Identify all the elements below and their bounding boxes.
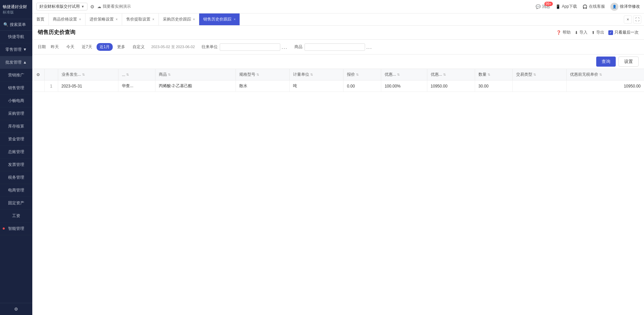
quick-nav-label: 快捷导航: [8, 34, 24, 39]
tab-purchase-strategy-close[interactable]: ×: [116, 18, 118, 21]
sidebar-item-ai[interactable]: 智能管理: [0, 222, 32, 235]
topbar-right: 💬 消息 99+ 📱 App下载 🎧 在线客服 👤 徐泽华修改: [536, 3, 640, 11]
inventory-label: 库存核算: [8, 124, 24, 129]
app-download-label: App下载: [562, 4, 577, 9]
tab-purchase-history-close[interactable]: ×: [193, 18, 195, 21]
row-biz-date: 2023-05-31: [58, 80, 118, 92]
app-download-btn[interactable]: 📱 App下载: [556, 4, 577, 9]
filter-row: 日期 昨天 今天 近7天 近1月 更多 自定义 2023-05-02 至 202…: [38, 43, 639, 51]
page-header: 销售历史价查询 ❓ 帮助 ⬇ 导入 ⬆ 导出 ✓ 只看最后一次: [32, 26, 644, 40]
tab-purchase-history[interactable]: 采购历史价跟踪 ×: [159, 13, 200, 26]
row-extra: 华查...: [118, 80, 155, 92]
sidebar-item-purchase[interactable]: 采购管理: [0, 107, 32, 120]
page-content: 销售历史价查询 ❓ 帮助 ⬇ 导入 ⬆ 导出 ✓ 只看最后一次: [32, 26, 644, 315]
col-discount2[interactable]: 优惠...⇅: [427, 69, 475, 80]
sidebar-search[interactable]: 🔍 搜索菜单: [0, 19, 32, 31]
col-discount1[interactable]: 优惠...⇅: [381, 69, 427, 80]
export-btn[interactable]: ⬆ 导出: [592, 30, 604, 35]
product-dots-btn[interactable]: ...: [366, 44, 372, 50]
ecommerce-small-label: 小畅电商: [8, 98, 24, 103]
sidebar-item-payroll[interactable]: 工资: [0, 210, 32, 222]
tab-home-label: 首页: [36, 16, 44, 22]
col-trade-type[interactable]: 交易类型⇅: [512, 69, 566, 80]
tab-sale-price-close[interactable]: ×: [152, 18, 154, 21]
col-biz-date[interactable]: 业务发生...⇅: [58, 69, 118, 80]
maximize-tab-btn[interactable]: ⛶: [633, 15, 641, 24]
online-service-btn[interactable]: 🎧 在线客服: [582, 4, 605, 9]
col-qty[interactable]: 数量⇅: [475, 69, 512, 80]
sidebar-item-ecommerce[interactable]: 电商管理: [0, 184, 32, 197]
date-btn-7days[interactable]: 近7天: [79, 43, 95, 51]
data-table: ⚙ 业务发生...⇅ ...⇅ 商品⇅ 规格型号⇅: [32, 69, 644, 92]
tab-product-price[interactable]: 商品价格设置 ×: [49, 13, 85, 26]
tab-product-price-label: 商品价格设置: [53, 16, 77, 22]
vendor-input[interactable]: [220, 43, 280, 51]
date-range-display: 2023-05-02 至 2023-06-02: [151, 44, 195, 49]
import-label: 导入: [579, 30, 587, 35]
filter-bar: 日期 昨天 今天 近7天 近1月 更多 自定义 2023-05-02 至 202…: [32, 40, 644, 55]
wholesale-label: 批发管理: [5, 60, 22, 65]
sidebar-item-ecommerce-small[interactable]: 小畅电商: [0, 95, 32, 107]
message-btn[interactable]: 💬 消息 99+: [536, 4, 550, 9]
chevron-down-icon: ▼: [23, 47, 27, 52]
sidebar-item-marketing[interactable]: 营销推广: [0, 69, 32, 82]
date-btn-custom[interactable]: 自定义: [130, 43, 148, 51]
main-area: 好业财标准版交付试用 ▼ ⚙ ☁ 我要看实例演示 💬 消息 99+ 📱 App下…: [32, 0, 644, 315]
date-btn-1month[interactable]: 近1月: [97, 43, 113, 51]
date-btn-more[interactable]: 更多: [114, 43, 128, 51]
row-discount2: 10950.00: [427, 80, 475, 92]
close-tab-btn[interactable]: ×: [624, 15, 632, 24]
tab-home[interactable]: 首页: [32, 13, 49, 26]
sidebar-item-assets[interactable]: 固定资产: [0, 197, 32, 210]
date-btn-today[interactable]: 今天: [63, 43, 77, 51]
tabbar: 首页 商品价格设置 × 进价策略设置 × 售价提取设置 × 采购历史价跟踪 × …: [32, 13, 644, 26]
import-btn[interactable]: ⬇ 导入: [575, 30, 587, 35]
col-spec[interactable]: 规格型号⇅: [236, 69, 290, 80]
settings-button[interactable]: 设置: [618, 57, 639, 67]
tab-sale-history[interactable]: 销售历史价跟踪 ×: [199, 13, 240, 26]
tab-product-price-close[interactable]: ×: [79, 18, 81, 21]
col-extra[interactable]: ...⇅: [118, 69, 155, 80]
sort-discount2-icon: ⇅: [443, 73, 446, 76]
sidebar-item-invoice[interactable]: 发票管理: [0, 159, 32, 171]
date-btn-yesterday[interactable]: 昨天: [48, 43, 62, 51]
sidebar-item-wholesale[interactable]: 批发管理 ▲: [0, 56, 32, 69]
sidebar-settings[interactable]: ⚙: [0, 303, 32, 315]
col-gear[interactable]: ⚙: [32, 69, 44, 80]
edition-selector[interactable]: 好业财标准版交付试用 ▼: [36, 3, 87, 10]
row-discount1: 100.00%: [381, 80, 427, 92]
col-pretax-price[interactable]: 优惠前无税单价⇅: [566, 69, 644, 80]
sidebar-item-retail[interactable]: 零售管理 ▼: [0, 43, 32, 56]
tab-sale-price[interactable]: 售价提取设置 ×: [122, 13, 159, 26]
tab-purchase-strategy[interactable]: 进价策略设置 ×: [85, 13, 122, 26]
demo-link[interactable]: ☁ 我要看实例演示: [97, 4, 131, 9]
demo-text: 我要看实例演示: [103, 4, 131, 9]
row-unit: 吨: [290, 80, 344, 92]
sidebar-item-finance[interactable]: 资金管理: [0, 133, 32, 146]
query-toolbar: 查询 设置: [32, 55, 644, 69]
column-settings-icon[interactable]: ⚙: [36, 72, 40, 77]
row-spec: 散水: [236, 80, 290, 92]
topbar-gear-icon[interactable]: ⚙: [90, 4, 95, 9]
product-input[interactable]: [305, 43, 365, 51]
only-last-checkbox-label[interactable]: ✓ 只看最后一次: [608, 30, 639, 35]
retail-label: 零售管理: [5, 47, 22, 53]
col-quote[interactable]: 报价⇅: [344, 69, 381, 80]
sidebar-item-sales[interactable]: 销售管理: [0, 82, 32, 95]
tab-sale-history-close[interactable]: ×: [234, 18, 236, 21]
query-button[interactable]: 查询: [596, 57, 616, 67]
vendor-dots-btn[interactable]: ...: [282, 44, 288, 50]
product-input-wrap: ...: [305, 43, 372, 51]
col-unit[interactable]: 计量单位⇅: [290, 69, 344, 80]
sidebar-item-inventory[interactable]: 库存核算: [0, 120, 32, 133]
sidebar: 畅捷通好业财 标准版 🔍 搜索菜单 快捷导航 零售管理 ▼ 批发管理 ▲ 营销推…: [0, 0, 32, 315]
sidebar-item-tax[interactable]: 税务管理: [0, 171, 32, 184]
sidebar-item-ledger[interactable]: 总账管理: [0, 146, 32, 159]
chevron-up-icon: ▲: [23, 60, 27, 65]
user-info[interactable]: 👤 徐泽华修改: [610, 3, 640, 11]
sort-unit-icon: ⇅: [310, 73, 313, 76]
help-btn[interactable]: ❓ 帮助: [556, 30, 571, 35]
col-product[interactable]: 商品⇅: [155, 69, 236, 80]
sidebar-item-quick-nav[interactable]: 快捷导航: [0, 31, 32, 43]
tax-label: 税务管理: [8, 175, 24, 180]
